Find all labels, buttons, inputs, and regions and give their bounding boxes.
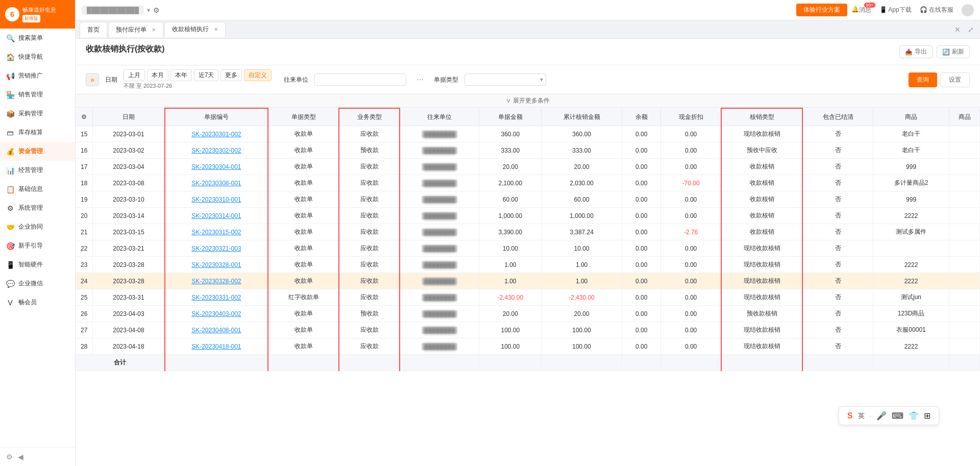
date-btn-this-year[interactable]: 本年: [170, 69, 192, 81]
filter-toggle-button[interactable]: »: [86, 73, 99, 86]
setting-button[interactable]: 设置: [940, 72, 970, 87]
bill-link[interactable]: SK-20230331-002: [191, 294, 241, 301]
sidebar-item-inventory[interactable]: 🗃 库存核算: [0, 123, 75, 142]
sidebar-item-enterprise[interactable]: 🤝 企业协同: [0, 217, 75, 236]
app-download[interactable]: 📱 App下载: [879, 6, 912, 14]
sidebar-item-system[interactable]: ⚙ 系统管理: [0, 199, 75, 217]
ime-keyboard-icon[interactable]: ⌨: [892, 411, 903, 421]
bill-link[interactable]: SK-20230321-003: [191, 245, 241, 252]
cell-no: 19: [76, 191, 93, 208]
th-partner[interactable]: 往来单位: [400, 108, 479, 126]
cell-verify-type: 收款核销: [721, 208, 803, 224]
tab-home[interactable]: 首页: [80, 22, 107, 37]
date-btn-last-month[interactable]: 上月: [124, 69, 145, 81]
tab-payable-close[interactable]: ✕: [152, 27, 156, 33]
tab-verify-close[interactable]: ✕: [214, 27, 218, 32]
bill-link[interactable]: SK-20230302-002: [191, 147, 241, 154]
th-has-settled[interactable]: 包含已结清: [802, 108, 873, 126]
ime-shirt-icon[interactable]: 👕: [909, 411, 919, 421]
cell-verify-type: 收款核销: [721, 224, 803, 240]
query-button[interactable]: 查询: [909, 72, 937, 87]
date-btn-custom[interactable]: 自定义: [244, 69, 272, 81]
settings-bottom-icon[interactable]: ⚙: [6, 453, 13, 461]
sidebar-item-wechat[interactable]: 💬 企业微信: [0, 274, 75, 293]
refresh-button[interactable]: 🔄 刷新: [937, 45, 970, 58]
cell-goods2: [949, 126, 980, 142]
cell-verify-type: 现结收款核销: [721, 322, 803, 338]
sidebar-item-hardware[interactable]: 📱 智能硬件: [0, 255, 75, 274]
sidebar-item-basic[interactable]: 📋 基础信息: [0, 180, 75, 199]
solution-button[interactable]: 体验行业方案: [796, 4, 847, 16]
sidebar-item-finance[interactable]: 💰 资金管理: [0, 142, 75, 161]
th-bill-no[interactable]: 单据编号: [165, 108, 268, 126]
wechat-icon: 💬: [6, 280, 14, 288]
th-settings[interactable]: ⚙: [76, 108, 93, 126]
sidebar-item-sales[interactable]: 🏪 销售管理: [0, 85, 75, 104]
tab-payable[interactable]: 预付应付单 ✕: [108, 22, 163, 37]
main-area: ████████████ ▾ ⚙ 体验行业方案 🔔 消息 99+ 📱 App下载…: [76, 0, 980, 466]
bill-link[interactable]: SK-20230301-002: [191, 131, 241, 138]
partner-input[interactable]: [314, 73, 406, 86]
cell-partner: ████████: [400, 175, 479, 191]
date-btn-this-month[interactable]: 本月: [147, 69, 168, 81]
th-verify-type[interactable]: 核销类型: [721, 108, 803, 126]
cell-discount: 0.00: [661, 338, 721, 355]
cell-verified: -2,430.00: [542, 289, 622, 306]
sidebar-item-purchase[interactable]: 📦 采购管理: [0, 104, 75, 123]
cell-discount: 0.00: [661, 142, 721, 159]
dropdown-arrow[interactable]: ▾: [147, 7, 150, 14]
bill-type-select[interactable]: [464, 73, 546, 86]
cell-goods1: 老白干: [873, 142, 949, 159]
online-service[interactable]: 🎧 在线客服: [920, 6, 953, 14]
cell-amount: 1,000.00: [479, 208, 542, 224]
cell-verified: 20.00: [542, 159, 622, 175]
bill-link[interactable]: SK-20230308-001: [191, 180, 241, 187]
export-button[interactable]: 📤 导出: [899, 45, 933, 58]
topbar-brand: ████████████ ▾ ⚙: [82, 6, 792, 15]
bill-link[interactable]: SK-20230315-002: [191, 229, 241, 236]
sidebar-item-operations[interactable]: 📊 经营管理: [0, 161, 75, 180]
bill-link[interactable]: SK-20230408-001: [191, 327, 241, 334]
cell-bill-type: 收款单: [268, 306, 339, 322]
notification-area[interactable]: 🔔 消息 99+: [851, 6, 871, 14]
column-settings-icon[interactable]: ⚙: [81, 113, 87, 120]
close-all-icon[interactable]: ✕: [952, 24, 963, 35]
th-discount[interactable]: 现金折扣: [661, 108, 721, 126]
bill-link[interactable]: SK-20230328-001: [191, 261, 241, 268]
cell-has-settled: 否: [802, 289, 873, 306]
gear-icon[interactable]: ⚙: [153, 6, 160, 14]
sidebar-item-search[interactable]: 🔍 搜索菜单: [0, 29, 75, 47]
bill-link[interactable]: SK-20230314-001: [191, 212, 241, 219]
bill-link[interactable]: SK-20230403-002: [191, 310, 241, 317]
sidebar-item-marketing[interactable]: 📢 营销推广: [0, 66, 75, 85]
cell-bill-no: SK-20230321-003: [165, 240, 268, 257]
bill-link[interactable]: SK-20230310-001: [191, 196, 241, 203]
cell-amount: 20.00: [479, 306, 542, 322]
date-btn-more[interactable]: 更多: [220, 69, 242, 81]
cell-partner: ████████: [400, 142, 479, 159]
bill-link[interactable]: SK-20230328-002: [191, 278, 241, 285]
th-biz-type[interactable]: 业务类型: [339, 108, 400, 126]
th-verified[interactable]: 累计核销金额: [542, 108, 622, 126]
finance-icon: 💰: [6, 148, 14, 156]
th-amount[interactable]: 单据金额: [479, 108, 542, 126]
th-goods2[interactable]: 商品: [949, 108, 980, 126]
bill-link[interactable]: SK-20230304-001: [191, 163, 241, 170]
ime-grid-icon[interactable]: ⊞: [924, 411, 930, 421]
ime-mic-icon[interactable]: 🎤: [876, 411, 887, 421]
sidebar-item-guide[interactable]: 🎯 新手引导: [0, 236, 75, 255]
sidebar-item-shortcuts[interactable]: 🏠 快捷导航: [0, 47, 75, 66]
cell-goods2: [949, 257, 980, 273]
sidebar-item-member[interactable]: V 畅会员: [0, 293, 75, 312]
th-balance[interactable]: 余额: [622, 108, 660, 126]
expand-bar[interactable]: ∨ 展开更多条件: [76, 94, 980, 108]
th-bill-type[interactable]: 单据类型: [268, 108, 339, 126]
user-avatar[interactable]: [962, 4, 974, 16]
th-date[interactable]: 日期: [93, 108, 165, 126]
tab-verify[interactable]: 收款核销执行 ✕: [164, 22, 226, 37]
th-goods1[interactable]: 商品: [873, 108, 949, 126]
expand-tab-icon[interactable]: ⤢: [966, 24, 976, 35]
bill-link[interactable]: SK-20230418-001: [191, 343, 241, 350]
collapse-icon[interactable]: ◀: [18, 453, 23, 461]
date-btn-7days[interactable]: 近7天: [194, 69, 219, 81]
